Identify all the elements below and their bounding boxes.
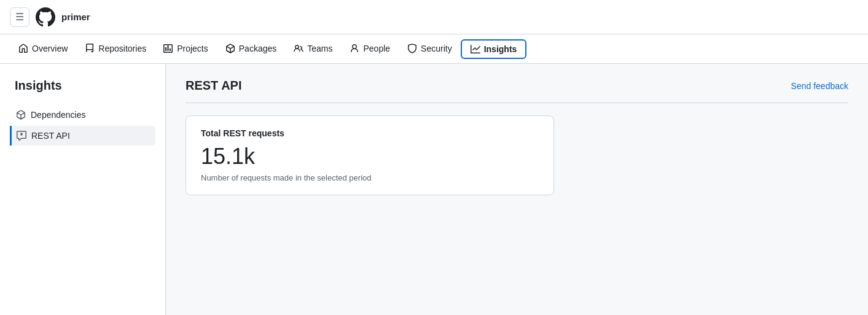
org-name: primer [61,12,90,22]
nav-item-insights-label: Insights [484,44,517,54]
nav-bar: Overview Repositories Projects Packages … [0,34,868,64]
github-logo[interactable] [36,7,55,27]
right-panel: REST API Send feedback Total REST reques… [166,64,868,315]
nav-item-security[interactable]: Security [399,34,461,64]
nav-item-overview-label: Overview [32,44,68,53]
home-icon [18,44,28,53]
nav-item-repositories[interactable]: Repositories [76,34,155,64]
nav-item-teams[interactable]: Teams [285,34,341,64]
nav-item-packages[interactable]: Packages [217,34,285,64]
sidebar-item-dependencies-label: Dependencies [31,110,86,120]
sidebar-title: Insights [10,79,155,93]
package-icon [225,44,235,53]
nav-item-people[interactable]: People [341,34,399,64]
shield-icon [407,44,417,53]
send-feedback-link[interactable]: Send feedback [791,81,848,91]
code-icon [17,131,26,141]
nav-item-projects[interactable]: Projects [155,34,217,64]
stats-card-label: Total REST requests [201,128,539,138]
hamburger-button[interactable]: ☰ [10,7,29,27]
nav-item-people-label: People [363,44,390,53]
nav-item-packages-label: Packages [239,44,276,53]
stats-card-value: 15.1k [201,143,539,169]
sidebar: Insights Dependencies REST API [0,64,166,315]
nav-item-overview[interactable]: Overview [10,34,76,64]
right-panel-title: REST API [186,79,242,93]
person-icon [350,44,359,53]
top-bar-left: ☰ primer [10,7,90,27]
nav-item-repositories-label: Repositories [98,44,146,53]
dependencies-icon [16,110,26,120]
stats-card: Total REST requests 15.1k Number of requ… [186,115,554,195]
right-panel-header: REST API Send feedback [186,79,848,103]
graph-icon [471,44,480,54]
top-bar: ☰ primer [0,0,868,34]
nav-item-security-label: Security [421,44,452,53]
main-content: Insights Dependencies REST API REST API … [0,64,868,315]
hamburger-icon: ☰ [15,11,24,23]
nav-item-insights[interactable]: Insights [461,39,527,59]
projects-icon [163,44,173,53]
nav-item-teams-label: Teams [307,44,332,53]
sidebar-item-rest-api-label: REST API [31,131,70,141]
repo-icon [85,44,95,53]
nav-item-projects-label: Projects [177,44,208,53]
stats-card-description: Number of requests made in the selected … [201,173,539,182]
sidebar-item-rest-api[interactable]: REST API [10,126,155,146]
sidebar-item-dependencies[interactable]: Dependencies [10,105,155,125]
teams-icon [294,44,303,53]
